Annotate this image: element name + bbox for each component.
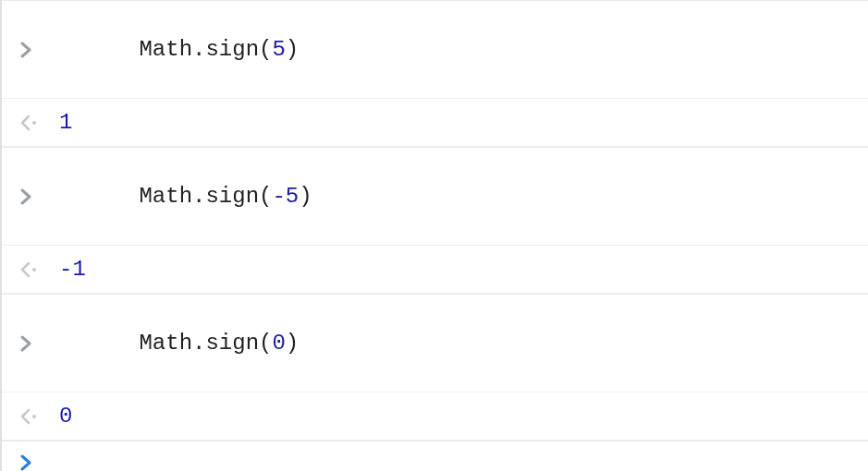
method-name: Math.sign bbox=[139, 37, 259, 62]
svg-point-2 bbox=[32, 415, 36, 418]
open-paren: ( bbox=[259, 184, 272, 209]
chevron-right-icon bbox=[20, 42, 46, 58]
console-output-value: -1 bbox=[59, 257, 86, 282]
close-paren: ) bbox=[299, 184, 312, 209]
console-input-row[interactable]: Math.sign(0) bbox=[2, 294, 868, 392]
console-output-row: 1 bbox=[2, 99, 868, 147]
method-name: Math.sign bbox=[139, 184, 259, 209]
return-arrow-icon bbox=[20, 115, 46, 131]
console-output-value: 1 bbox=[59, 110, 72, 135]
console-output-value: 0 bbox=[59, 404, 72, 429]
chevron-right-icon bbox=[20, 454, 46, 471]
open-paren: ( bbox=[259, 37, 272, 62]
developer-console: Math.sign(5) 1 Math.sign(-5) -1 Math.sig… bbox=[2, 0, 868, 471]
return-arrow-icon bbox=[20, 408, 46, 425]
argument: 5 bbox=[272, 37, 285, 62]
chevron-right-icon bbox=[20, 188, 46, 205]
console-input-row[interactable]: Math.sign(5) bbox=[2, 0, 868, 99]
argument: -5 bbox=[272, 184, 299, 209]
console-output-row: -1 bbox=[2, 246, 868, 294]
return-arrow-icon bbox=[20, 261, 46, 278]
method-name: Math.sign bbox=[139, 331, 259, 356]
console-input-row[interactable]: Math.sign(-5) bbox=[2, 147, 868, 246]
console-prompt-row[interactable] bbox=[2, 441, 868, 471]
svg-point-0 bbox=[32, 121, 36, 125]
console-input-code: Math.sign(-5) bbox=[59, 159, 312, 234]
console-input-code: Math.sign(0) bbox=[59, 306, 299, 380]
svg-point-1 bbox=[32, 268, 36, 272]
console-output-row: 0 bbox=[2, 392, 868, 441]
console-input-code: Math.sign(5) bbox=[59, 12, 299, 87]
close-paren: ) bbox=[286, 37, 299, 62]
open-paren: ( bbox=[259, 331, 272, 356]
close-paren: ) bbox=[286, 331, 299, 356]
argument: 0 bbox=[272, 331, 285, 356]
chevron-right-icon bbox=[20, 335, 46, 352]
